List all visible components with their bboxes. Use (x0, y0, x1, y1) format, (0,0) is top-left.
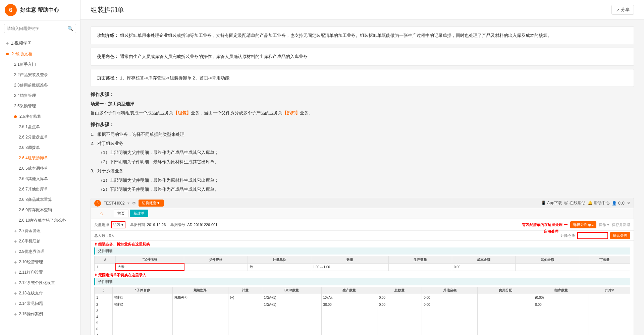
sc-total-label: 总人数：0人 (94, 233, 115, 238)
sc-th-prod-qty: 生产数量 (388, 256, 452, 264)
sc-doc-right: 有装配清单的在这里处理 ⬅ 选择外料单≡ 操作 ▾ 保存并新增 (522, 221, 630, 228)
sidebar-item-2-3[interactable]: 2.3使用前数据准备 (9, 80, 80, 91)
plus-icon-2-15: + (14, 312, 17, 317)
sidebar-item-2-13[interactable]: + 2.13在线支付 (9, 288, 80, 298)
sc-bth-other: 其他金额 (422, 287, 478, 294)
sc-th-seq: # (95, 256, 116, 264)
sidebar-item-2-6-7[interactable]: 2.6.7其他出库单 (14, 184, 80, 194)
sc-type-select[interactable]: 组装 ▾ (111, 221, 125, 228)
intro-text: 组装拆卸单用来处理企业组装或拆卸等加工业务，支持有固定装配清单的产品加工业务，也… (120, 33, 552, 38)
sc-close-icon[interactable]: ✕ (627, 201, 630, 206)
plus-icon-2-11: + (14, 270, 17, 275)
sc-warehouse-area: 启用处理 升降仓库 确认处理 (558, 232, 630, 239)
sc-logo: 6 (94, 200, 101, 207)
sc-user-icon: 👤 C.C (612, 201, 625, 206)
sidebar-header: 6 好生意 帮助中心 (0, 0, 80, 20)
sidebar-item-2-1[interactable]: 2.1新手入门 (9, 59, 80, 70)
sidebar-item-2-6-9[interactable]: 2.6.9库存账本查询 (14, 205, 80, 215)
sc-tab-home[interactable]: 首页 (114, 210, 128, 217)
sidebar-item-2-6-4[interactable]: 2.6.4组装拆卸单 (14, 153, 80, 163)
sidebar-item-2-14[interactable]: + 2.14常见问题 (9, 298, 80, 309)
sc-sub-row: 总人数：0人 启用处理 升降仓库 确认处理 (91, 231, 634, 241)
plus-icon-2-7: + (14, 228, 17, 234)
sidebar-item-2-6-6[interactable]: 2.6.6其他入库单 (14, 174, 80, 184)
sc-tab-new[interactable]: 新建单 (130, 210, 148, 217)
sc-th-qty: 数量 (311, 256, 388, 264)
sc-bottom-table-area: 子件明细 # *子件名称 规格型号 计量 BOM数量 生产数量 (91, 278, 634, 335)
sidebar-item-2-6-3[interactable]: 2.6.3调拨单 (14, 143, 80, 153)
sc-settings-icon: ⚙ (132, 201, 136, 206)
scenario1-title: 场景一：加工类型选择 (91, 101, 634, 107)
sidebar-item-2-6-5[interactable]: 2.6.5成本调整单 (14, 163, 80, 174)
plus-icon-2-8: + (14, 239, 17, 244)
sc-top-section-header: 父件明细 (94, 247, 630, 255)
sc-bottom-row-5: 5 (95, 320, 630, 326)
sc-bottom-table: # *子件名称 规格型号 计量 BOM数量 生产数量 总数量 其他金额 费用分配 (94, 287, 630, 335)
sc-home-icon[interactable]: ⌂ (100, 211, 103, 217)
sc-cell-seq: 1 (95, 263, 116, 271)
sc-th-avail: 可出量 (579, 256, 630, 264)
sidebar-item-1[interactable]: + 1.视频学习 (0, 38, 80, 49)
sc-test-id: TEST-H002 (104, 201, 125, 206)
sc-app-icon: 📱 App下载 (541, 200, 562, 206)
sc-sidebar-icons: ⌂ (94, 211, 111, 217)
sidebar-item-2-9[interactable]: + 2.9优惠券管理 (9, 246, 80, 257)
sc-titlebar: 6 TEST-H002 ▾ ⚙ 切换账套▼ 📱 App下载 ⓪ 在线帮助 🔔 帮… (91, 198, 634, 208)
sidebar-item-2-10[interactable]: + 2.10经营管理 (9, 257, 80, 267)
sc-no-value: AD-20191226-001 (187, 223, 217, 227)
sc-top-table-area: 父件明细 # *父件名称 父件规格 计量单位 数量 生产数量 (91, 247, 634, 272)
sidebar-item-2-8[interactable]: + 2.8手机旺辅 (9, 236, 80, 246)
sidebar-item-2-6-2[interactable]: 2.6.2分量盘点单 (14, 132, 80, 143)
sc-annotation4-text: ⬆ 无固定清单不切换在这里录入 (94, 273, 146, 277)
sc-bth-alloc: 费用分配 (478, 287, 533, 294)
nav-section: + 1.视频学习 2.帮助文档 2.1新手入门 2.2产品安装及登录 2.3使用… (0, 37, 80, 321)
sc-bth-deductv: 扣库V (589, 287, 630, 294)
dot-icon (6, 53, 9, 55)
path-block: 页面路径： 1、库存核算->库存管理->组装拆卸单 2、首页->常用功能 (91, 69, 634, 87)
sidebar-item-2-5[interactable]: 2.5采购管理 (9, 101, 80, 111)
sidebar-item-2-6-10[interactable]: 2.6.10库存账本错了怎么办 (14, 215, 80, 226)
scenario1-desc: 当由多个子件材料组装成一个成品的业务为【组装】业务，当由一个父件拆分成多个子产品… (91, 109, 634, 117)
sc-cell-spec (184, 263, 248, 271)
nav-sub-2: 2.1新手入门 2.2产品安装及登录 2.3使用前数据准备 2.4销售管理 2.… (0, 59, 80, 319)
step-2-1: （1）上部明细为父件明细，最终作为产成品生成其它入库单； (91, 149, 634, 156)
sidebar-item-2-6-1[interactable]: 2.6.1盘点单 (14, 122, 80, 132)
search-icon[interactable]: 🔍 (67, 26, 73, 31)
role-label: 使用角色： (97, 54, 119, 59)
steps-list: 1、根据不同的业务，选择不同单据的类型来处理 2、对于组装业务 （1）上部明细为… (91, 130, 634, 193)
intro-label: 功能介绍： (97, 33, 119, 38)
share-button[interactable]: ↗ 分享 (611, 5, 634, 15)
sc-cell-qty: 1.00 -- 1.00 (311, 263, 388, 271)
sc-nav: ⌂ 首页 新建单 (91, 208, 634, 219)
sc-type-value: 组装 ▾ (113, 223, 123, 227)
sc-annotation2-row: ⬆ 组装业务、拆卸业务在这里切换 (91, 241, 634, 247)
sc-cell-unit: 包 (248, 263, 311, 271)
sidebar-item-2-2[interactable]: 2.2产品安装及登录 (9, 70, 80, 80)
sc-cell-name: 大米 (116, 263, 184, 271)
sc-save-label: 保存并新增 (612, 223, 630, 227)
sidebar-item-2-label: 2.帮助文档 (11, 51, 33, 57)
sidebar-item-2-11[interactable]: + 2.11打印设置 (9, 267, 80, 278)
sc-doc-left: 类型选择 组装 ▾ 单据日期 2019-12-26 单据编号 AD-201912… (94, 221, 217, 228)
sc-bottom-section-header: 子件明细 (94, 278, 630, 285)
sc-th-other: 其他金额 (516, 256, 579, 264)
sc-refresh-btn[interactable]: 切换账套▼ (139, 200, 164, 207)
sidebar-item-2[interactable]: 2.帮助文档 (0, 49, 80, 59)
screenshot-container: 6 TEST-H002 ▾ ⚙ 切换账套▼ 📱 App下载 ⓪ 在线帮助 🔔 帮… (91, 198, 634, 335)
sidebar-item-2-12[interactable]: + 2.12系统个性化设置 (9, 278, 80, 288)
sidebar-item-2-4[interactable]: 2.4销售管理 (9, 91, 80, 101)
page-title: 组装拆卸单 (91, 5, 124, 14)
sidebar-item-2-15[interactable]: + 2.15操作案例 (9, 309, 80, 319)
sc-bottom-row-3: 3 (95, 308, 630, 314)
sidebar-item-2-6-8[interactable]: 2.6.8商品成本重算 (14, 194, 80, 205)
search-box[interactable]: 🔍 (4, 24, 76, 33)
sc-cell-other (516, 263, 579, 271)
search-input[interactable] (7, 26, 67, 31)
sidebar-item-2-7[interactable]: + 2.7资金管理 (9, 226, 80, 236)
ops-title: 操作步骤： (91, 92, 634, 98)
sc-warehouse-input[interactable] (577, 232, 608, 239)
sc-confirm-btn[interactable]: 确认处理 (610, 232, 630, 239)
sidebar-item-2-6[interactable]: 2.6库存核算 (9, 111, 80, 122)
sc-select-bom-btn[interactable]: 选择外料单≡ (570, 221, 596, 228)
sc-annotation1-area: 有装配清单的在这里处理 ⬅ 选择外料单≡ 操作 ▾ 保存并新增 (522, 221, 630, 228)
